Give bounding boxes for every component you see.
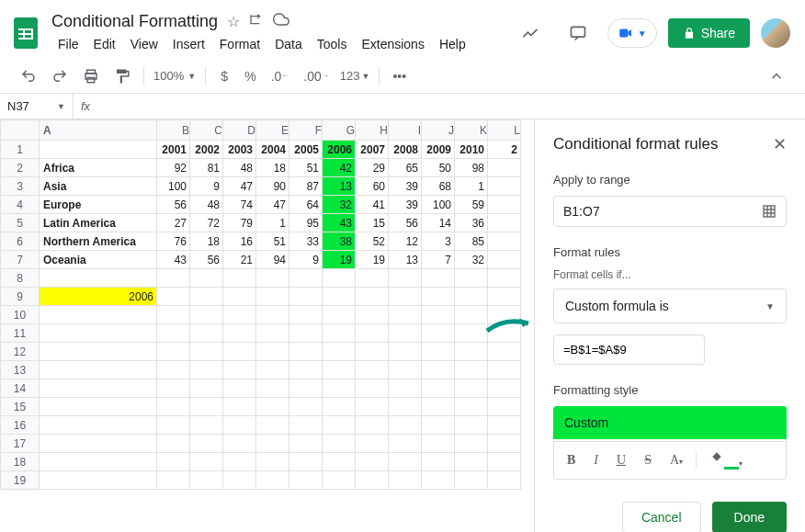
cell[interactable] [323, 269, 356, 288]
cell[interactable] [455, 398, 488, 416]
cell[interactable] [488, 196, 521, 214]
cell[interactable]: 2 [488, 141, 521, 159]
cell[interactable] [223, 324, 256, 343]
cell[interactable]: 47 [256, 196, 289, 214]
cell[interactable]: 85 [455, 232, 488, 251]
strikethrough-icon[interactable]: S [639, 449, 657, 471]
cell[interactable] [356, 416, 389, 435]
cell[interactable]: 79 [223, 214, 256, 232]
col-header[interactable]: C [190, 120, 223, 141]
cell[interactable] [157, 379, 190, 398]
cell[interactable]: 7 [422, 251, 455, 269]
cell[interactable] [488, 177, 521, 196]
cell[interactable] [289, 361, 323, 379]
row-header[interactable]: 11 [1, 324, 40, 343]
meet-button[interactable]: ▼ [607, 18, 657, 48]
text-color-icon[interactable]: A▾ [664, 449, 688, 471]
cell[interactable] [289, 398, 323, 416]
cell[interactable] [488, 379, 521, 398]
cell[interactable] [323, 416, 356, 435]
cell[interactable] [356, 288, 389, 306]
doc-title[interactable]: Conditional Formatting [51, 12, 218, 31]
cell[interactable]: 2006 [40, 288, 157, 306]
cell[interactable]: 2010 [455, 141, 488, 159]
cell[interactable]: 90 [256, 177, 289, 196]
cell[interactable] [422, 306, 455, 324]
cell[interactable] [256, 416, 289, 435]
row-header[interactable]: 1 [1, 141, 40, 159]
cell[interactable] [488, 251, 521, 269]
cell[interactable] [223, 288, 256, 306]
row-header[interactable]: 4 [1, 196, 40, 214]
cell[interactable] [40, 416, 157, 435]
formula-field[interactable] [553, 334, 705, 365]
row-header[interactable]: 10 [1, 306, 40, 324]
menu-view[interactable]: View [124, 33, 164, 55]
cell[interactable] [389, 471, 422, 490]
cell[interactable] [488, 214, 521, 232]
cell[interactable] [157, 288, 190, 306]
cell[interactable] [40, 453, 157, 471]
cell[interactable] [488, 361, 521, 379]
redo-icon[interactable] [46, 65, 74, 87]
cell[interactable] [422, 361, 455, 379]
row-header[interactable]: 15 [1, 398, 40, 416]
cell[interactable] [157, 471, 190, 490]
cell[interactable] [422, 343, 455, 361]
cell[interactable] [488, 398, 521, 416]
cell[interactable] [256, 269, 289, 288]
row-header[interactable]: 8 [1, 269, 40, 288]
cell[interactable] [256, 379, 289, 398]
cell[interactable] [389, 343, 422, 361]
col-header[interactable]: D [223, 120, 256, 141]
cell[interactable] [356, 361, 389, 379]
menu-data[interactable]: Data [268, 33, 309, 55]
cell[interactable] [323, 324, 356, 343]
cell[interactable] [356, 471, 389, 490]
cell[interactable] [256, 343, 289, 361]
cell[interactable] [422, 379, 455, 398]
number-format-dropdown[interactable]: 123 ▼ [338, 65, 372, 87]
cell[interactable] [389, 398, 422, 416]
cell[interactable] [422, 453, 455, 471]
row-header[interactable]: 18 [1, 453, 40, 471]
cell[interactable] [488, 435, 521, 453]
cell[interactable]: 2008 [389, 141, 422, 159]
col-header[interactable]: H [356, 120, 389, 141]
cell[interactable]: 43 [323, 214, 356, 232]
menu-insert[interactable]: Insert [166, 33, 211, 55]
cell[interactable] [256, 361, 289, 379]
cell[interactable] [323, 343, 356, 361]
cell[interactable] [157, 416, 190, 435]
cell[interactable] [256, 435, 289, 453]
menu-file[interactable]: File [51, 33, 85, 55]
sheets-logo[interactable] [7, 15, 44, 51]
cell[interactable] [190, 324, 223, 343]
cell[interactable] [389, 416, 422, 435]
cell[interactable] [422, 398, 455, 416]
cell[interactable] [389, 453, 422, 471]
cell[interactable] [190, 379, 223, 398]
col-header[interactable]: J [422, 120, 455, 141]
cell[interactable] [223, 306, 256, 324]
insights-icon[interactable] [512, 15, 549, 51]
menu-help[interactable]: Help [433, 33, 472, 55]
cell[interactable] [190, 288, 223, 306]
cell[interactable]: 9 [289, 251, 323, 269]
cell[interactable] [223, 379, 256, 398]
cell[interactable]: 52 [356, 232, 389, 251]
increase-decimal-icon[interactable]: .00→ [298, 65, 334, 87]
cell[interactable] [455, 361, 488, 379]
cell[interactable] [223, 343, 256, 361]
cell[interactable] [389, 306, 422, 324]
cell[interactable] [488, 471, 521, 490]
col-header[interactable]: L [488, 120, 521, 141]
cell[interactable] [356, 343, 389, 361]
cell[interactable] [455, 471, 488, 490]
cell[interactable] [256, 288, 289, 306]
cell[interactable] [40, 379, 157, 398]
cell[interactable] [40, 361, 157, 379]
cell[interactable]: 12 [389, 232, 422, 251]
cell[interactable]: 29 [356, 159, 389, 177]
cloud-icon[interactable] [273, 11, 289, 31]
